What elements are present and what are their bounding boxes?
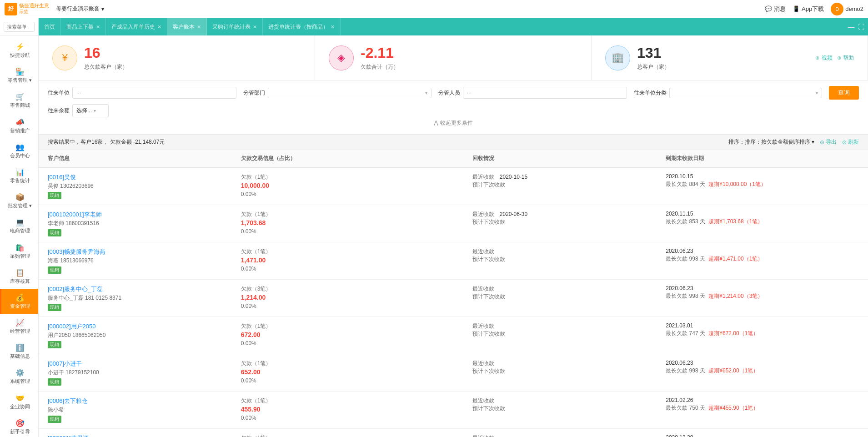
customer-name-link[interactable]: [0002]服务中心_丁磊 (48, 285, 241, 293)
sidebar-item-label: 采购管理 (10, 253, 30, 259)
customer-name-link[interactable]: [0003]畅捷服务尹海燕 (48, 248, 241, 256)
app-download-button[interactable]: 📱 App下载 (793, 5, 824, 13)
sort-label[interactable]: 排序：排序：按欠款金额倒序排序 ▾ (728, 138, 814, 146)
user-menu[interactable]: D demo2 (831, 3, 863, 15)
往来单位分类-select[interactable]: ▾ (669, 88, 823, 98)
debt-amount[interactable]: 1,471.00 (241, 256, 473, 264)
debt-info: 欠款（1笔） 672.00 0.00% (241, 322, 473, 348)
video-link[interactable]: ⊙ 视频 (815, 54, 832, 62)
date-info: 2020.06.23 最长欠款 998 天 超期¥1,214.00（3笔） (666, 285, 859, 311)
sidebar-item-电商管理[interactable]: 💻 电商管理 (0, 213, 38, 238)
overdue-amount-link[interactable]: 超期¥672.00（1笔） (708, 330, 758, 337)
repay-next: 预计下次收款 (472, 218, 666, 226)
debt-percent: 0.00% (241, 191, 473, 197)
sidebar-item-基础信息[interactable]: ℹ️ 基础信息 (0, 339, 38, 364)
message-icon: 💬 (765, 5, 772, 12)
tab-close-icon[interactable]: ✕ (96, 24, 100, 30)
余额-select[interactable]: 选择... ▾ (72, 104, 109, 117)
sidebar-item-经营管理[interactable]: 📈 经营管理 (0, 314, 38, 339)
tab-产成品入库单历史[interactable]: 产成品入库单历史 ✕ (106, 18, 167, 35)
help-link[interactable]: ⊙ 帮助 (837, 54, 854, 62)
overdue-amount-link[interactable]: 超期¥455.90（1笔） (708, 405, 758, 411)
tab-close-icon[interactable]: ✕ (331, 24, 335, 30)
query-button[interactable]: 查询 (829, 86, 859, 100)
date-info: 2020.06.23 最长欠款 998 天 超期¥652.00（1笔） (666, 360, 859, 386)
nav-icon: 🏪 (15, 67, 25, 76)
debt-amount[interactable]: 455.90 (241, 406, 473, 413)
customer-name-link[interactable]: [0001020001]李老师 (48, 211, 241, 219)
repay-info: 最近收款 2020-10-15 预计下次收款 (472, 173, 666, 199)
overdue-days: 最长欠款 998 天 超期¥1,214.00（3笔） (666, 292, 859, 300)
sidebar-nav: ⚡ 快捷导航 🏪 零售管理 ▾ 🛒 零售商城 📣 营销推广 👥 会员 (0, 36, 38, 437)
due-date: 2020.11.15 (666, 211, 859, 217)
overdue-amount-link[interactable]: 超期¥1,214.00（3笔） (708, 293, 763, 299)
tab-商品上下架[interactable]: 商品上下架 ✕ (61, 18, 106, 35)
tab-采购订单统计表[interactable]: 采购订单统计表 ✕ (207, 18, 263, 35)
分管部门-select[interactable]: ▾ (268, 88, 432, 98)
sidebar-item-批发管理[interactable]: 📦 批发管理 ▾ (0, 188, 38, 213)
maximize-icon[interactable]: ⛶ (858, 23, 864, 30)
refresh-button[interactable]: ⊙ 刷新 (842, 138, 859, 146)
customer-phone: 吴俊 13026203696 (48, 182, 241, 190)
sidebar-item-库存核算[interactable]: 📋 库存核算 (0, 264, 38, 289)
sidebar-search-input[interactable] (4, 22, 35, 32)
table-row: [0016]吴俊 吴俊 13026203696 现销 欠款（1笔） 10,000… (39, 168, 868, 205)
tab-close-icon[interactable]: ✕ (157, 24, 161, 30)
sidebar-item-企业协同[interactable]: 🤝 企业协同 (0, 389, 38, 414)
debt-amount[interactable]: 10,000.00 (241, 182, 473, 189)
table-header: 客户信息 欠款交易信息（占比） 回收情况 到期未收款日期 (39, 150, 868, 168)
customer-name-link[interactable]: [0016]吴俊 (48, 173, 241, 181)
tab-首页[interactable]: 首页 (39, 18, 61, 35)
company-select[interactable]: 母婴行业演示账套 ▾ (56, 5, 104, 13)
sidebar-item-会员中心[interactable]: 👥 会员中心 (0, 138, 38, 163)
sidebar-item-零售商城[interactable]: 🛒 零售商城 (0, 88, 38, 113)
message-button[interactable]: 💬 消息 (765, 5, 786, 13)
nav-icon: 🛍️ (15, 243, 25, 252)
debt-info: 欠款（3笔） 1,214.00 0.00% (241, 285, 473, 311)
sidebar-item-资金管理[interactable]: 💰 资金管理 (0, 289, 38, 314)
stat-info-1: 16 总欠款客户（家） (84, 45, 128, 71)
debt-info: 欠款（1笔） 10,000.00 0.00% (241, 173, 473, 199)
main-layout: ⚡ 快捷导航 🏪 零售管理 ▾ 🛒 零售商城 📣 营销推广 👥 会员 (0, 18, 868, 437)
export-icon: ⊙ (820, 139, 824, 146)
customer-name-link[interactable]: [0006]去下粮仓 (48, 397, 241, 405)
debt-info: 欠款（1笔） 1,471.00 0.00% (241, 248, 473, 274)
export-button[interactable]: ⊙ 导出 (820, 138, 837, 146)
debt-amount[interactable]: 652.00 (241, 368, 473, 376)
sidebar-item-新手引导[interactable]: 🎯 新手引导 (0, 414, 38, 437)
sidebar-item-快捷导航[interactable]: ⚡ 快捷导航 (0, 38, 38, 63)
tab-close-icon[interactable]: ✕ (253, 24, 257, 30)
分管人员-input[interactable]: ··· (463, 87, 627, 99)
overdue-amount-link[interactable]: 超期¥1,703.68（1笔） (708, 218, 763, 225)
collapse-filters-button[interactable]: ⋀ 收起更多条件 (48, 117, 859, 129)
往来单位-input[interactable]: ··· (72, 87, 236, 99)
debt-info: 欠款（1笔） 1,703.68 0.00% (241, 211, 473, 236)
overdue-days: 最长欠款 853 天 超期¥1,703.68（1笔） (666, 218, 859, 226)
debt-amount[interactable]: 1,214.00 (241, 294, 473, 301)
customer-phone: 服务中心_丁磊 181 0125 8371 (48, 294, 241, 302)
overdue-amount-link[interactable]: 超期¥652.00（1笔） (708, 367, 758, 374)
tab-客户账本[interactable]: 客户账本 ✕ (167, 18, 207, 35)
tab-进货单统计表[interactable]: 进货单统计表（按商品） ✕ (263, 18, 341, 35)
debt-count: 欠款（1笔） (241, 397, 473, 405)
debt-percent: 0.00% (241, 303, 473, 309)
filter-area: 往来单位 ··· 分管部门 ▾ (39, 80, 868, 135)
customer-name-link[interactable]: [000001]黄思源 (48, 434, 241, 437)
sidebar-item-系统管理[interactable]: ⚙️ 系统管理 (0, 364, 38, 389)
customer-name-link[interactable]: [000002]用户2050 (48, 322, 241, 331)
overdue-amount-link[interactable]: 超期¥1,471.00（1笔） (708, 256, 763, 262)
repay-info: 最近收款 2020-06-30 预计下次收款 (472, 211, 666, 236)
minimize-icon[interactable]: — (848, 23, 854, 30)
overdue-amount-link[interactable]: 超期¥10,000.00（1笔） (708, 181, 766, 187)
repay-label: 最近收款 (472, 285, 666, 293)
repay-label: 最近收款 2020-10-15 (472, 173, 666, 181)
debt-amount[interactable]: 1,703.68 (241, 219, 473, 226)
sidebar-item-零售统计[interactable]: 📊 零售统计 (0, 163, 38, 188)
customer-name-link[interactable]: [0007]小进干 (48, 360, 241, 368)
sidebar-item-营销推广[interactable]: 📣 营销推广 (0, 113, 38, 138)
nav-icon: 📣 (15, 118, 25, 126)
sidebar-item-零售管理[interactable]: 🏪 零售管理 ▾ (0, 63, 38, 88)
tab-close-icon[interactable]: ✕ (197, 24, 201, 30)
debt-amount[interactable]: 672.00 (241, 331, 473, 338)
sidebar-item-采购管理[interactable]: 🛍️ 采购管理 (0, 239, 38, 264)
